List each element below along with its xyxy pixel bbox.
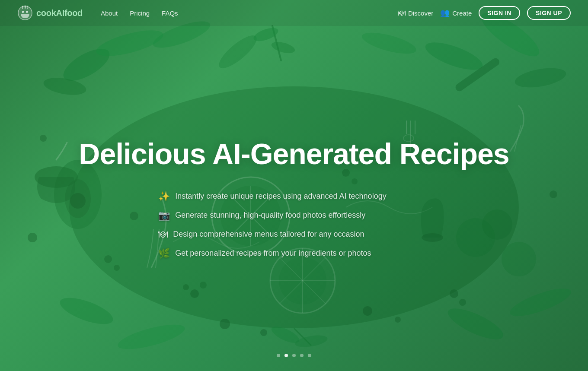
navbar: cookAIfood About Pricing FAQs 🍽 Discover… (0, 0, 588, 26)
nav-links: About Pricing FAQs (96, 7, 182, 19)
feature-icon-1: ✨ (158, 191, 170, 202)
discover-link[interactable]: 🍽 Discover (398, 9, 433, 18)
nav-link-about[interactable]: About (96, 7, 122, 19)
carousel-dots (277, 354, 311, 357)
logo[interactable]: cookAIfood (17, 5, 83, 21)
create-label: Create (452, 10, 472, 17)
nav-link-faqs[interactable]: FAQs (157, 7, 182, 19)
logo-text: cookAIfood (36, 8, 83, 18)
feature-item-2: 📷 Generate stunning, high-quality food p… (158, 210, 365, 221)
svg-rect-61 (27, 12, 28, 13)
carousel-dot-5[interactable] (308, 354, 311, 357)
feature-item-4: 🌿 Get personalized recipes from your ing… (158, 248, 371, 259)
nav-right: 🍽 Discover 👥 Create SIGN IN SIGN UP (398, 6, 571, 20)
nav-link-pricing[interactable]: Pricing (125, 7, 154, 19)
nav-left: cookAIfood About Pricing FAQs (17, 5, 182, 21)
discover-label: Discover (408, 10, 433, 17)
hero-title: Delicious AI-Generated Recipes (79, 138, 509, 170)
feature-icon-2: 📷 (158, 210, 170, 221)
feature-text-3: Design comprehensive menus tailored for … (173, 230, 364, 239)
feature-icon-4: 🌿 (158, 248, 170, 259)
hero-content: Delicious AI-Generated Recipes ✨ Instant… (0, 26, 588, 371)
svg-rect-60 (23, 12, 24, 13)
discover-icon: 🍽 (398, 9, 406, 18)
signin-button[interactable]: SIGN IN (479, 6, 520, 20)
logo-icon (17, 5, 33, 21)
hero-features: ✨ Instantly create unique recipes using … (158, 191, 386, 259)
feature-text-1: Instantly create unique recipes using ad… (175, 192, 386, 201)
carousel-dot-1[interactable] (277, 354, 280, 357)
feature-item-3: 🍽 Design comprehensive menus tailored fo… (158, 229, 364, 240)
carousel-dot-2[interactable] (284, 354, 288, 357)
signup-button[interactable]: SIGN UP (527, 6, 571, 20)
feature-text-2: Generate stunning, high-quality food pho… (175, 211, 365, 220)
create-icon: 👥 (440, 8, 450, 18)
carousel-dot-3[interactable] (292, 354, 296, 357)
svg-point-63 (25, 6, 26, 7)
feature-item-1: ✨ Instantly create unique recipes using … (158, 191, 386, 202)
feature-icon-3: 🍽 (158, 229, 168, 240)
feature-text-4: Get personalized recipes from your ingre… (175, 249, 371, 258)
create-link[interactable]: 👥 Create (440, 8, 472, 18)
hero-section: cookAIfood About Pricing FAQs 🍽 Discover… (0, 0, 588, 371)
carousel-dot-4[interactable] (300, 354, 304, 357)
